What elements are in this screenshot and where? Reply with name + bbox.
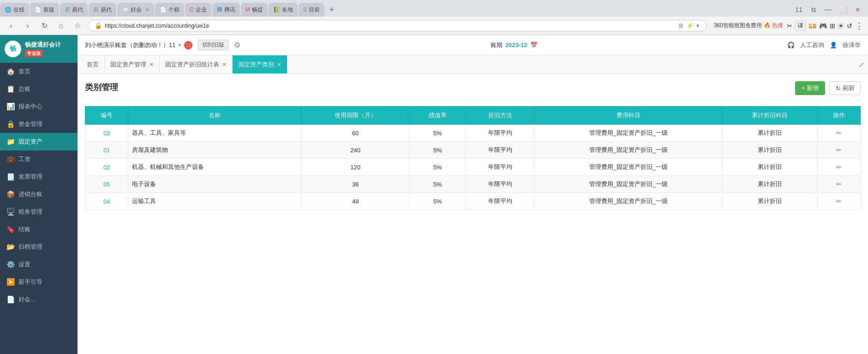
history-icon[interactable]: ↺ <box>847 22 852 30</box>
tab-yidai2[interactable]: 易 易代 <box>89 3 116 17</box>
sidebar-label-funds: 资金管理 <box>18 120 42 128</box>
tab-restore-button[interactable]: ⧉ <box>808 4 819 15</box>
cell-accum: 累计折旧 <box>722 159 817 176</box>
wallet-icon[interactable]: 💴 <box>808 22 816 30</box>
tab-close-asset-manage[interactable]: ✕ <box>149 61 154 68</box>
tab-home[interactable]: 首页 <box>81 55 105 73</box>
sidebar-item-assets[interactable]: 📁 固定资产 <box>0 133 78 150</box>
add-category-button[interactable]: + 新增 <box>795 81 825 95</box>
home-button[interactable]: ⌂ <box>54 19 67 32</box>
grid-icon[interactable]: ⊞ <box>830 22 835 30</box>
sidebar-item-ledger[interactable]: 📋 总账 <box>0 80 78 98</box>
sidebar-item-closing[interactable]: 🔖 结账 <box>0 221 78 238</box>
cell-period: 36 <box>301 176 409 193</box>
closing-icon: 🔖 <box>6 225 15 234</box>
tab-qiye[interactable]: C 企业 <box>185 3 211 17</box>
url-input[interactable]: 🔒 https://cloud.chanjet.com/accounting/u… <box>88 20 706 31</box>
tab-gesui[interactable]: 📄 个税 <box>155 3 184 17</box>
tab-asset-manage[interactable]: 固定资产管理 ✕ <box>105 55 160 73</box>
tab-close-asset-category[interactable]: ✕ <box>277 61 281 68</box>
user-avatar-icon: 👤 <box>830 42 837 48</box>
sidebar-label-tax: 税务管理 <box>18 208 42 216</box>
minimize-button[interactable]: 11 <box>793 4 804 15</box>
sidebar-item-archive[interactable]: 📂 归档管理 <box>0 238 78 256</box>
cell-action[interactable]: ✏ <box>817 176 860 193</box>
sidebar-item-settings[interactable]: ⚙️ 设置 <box>0 256 78 273</box>
cell-action[interactable]: ✏ <box>817 125 860 142</box>
tab-gedi[interactable]: 📗 各地 <box>269 3 298 17</box>
sidebar-label-payroll: 工资 <box>18 155 30 163</box>
sun-icon[interactable]: ☀ <box>838 22 844 30</box>
edit-button[interactable]: ✏ <box>836 146 842 154</box>
account-info: 刘小艳演示账套（勿删勿动！）11 ▾ 11 <box>85 41 192 49</box>
category-table: 编号 名称 使用期限（月） 残值率 折旧方法 费用科目 累计折旧科目 操作 03… <box>85 106 861 210</box>
translate-icon[interactable]: 译 <box>795 21 806 31</box>
bookmark-button[interactable]: ☆ <box>71 19 84 32</box>
period-label: 账期 <box>491 41 503 49</box>
edit-button[interactable]: ✏ <box>836 129 842 137</box>
tab-xinban[interactable]: 📄 新版 <box>30 3 59 17</box>
settings-gear-icon[interactable]: ⚙ <box>234 41 240 49</box>
maximize-window-button[interactable]: ⬜ <box>838 4 849 15</box>
tab-close-all-button[interactable]: — <box>823 4 834 15</box>
period-value: 2023-12 <box>505 42 527 48</box>
tab-asset-manage-label: 固定资产管理 <box>110 60 146 69</box>
tab-label: 新版 <box>43 6 54 14</box>
tab-label: 易代 <box>72 6 83 14</box>
guide-icon: ▶️ <box>6 278 15 286</box>
hot-label: 🔥 热搜 <box>764 22 783 30</box>
cell-name: 运输工具 <box>128 193 301 210</box>
sidebar-item-home[interactable]: 🏠 首页 <box>0 63 78 80</box>
tab-muqian[interactable]: S 目前 <box>299 3 324 17</box>
edit-button[interactable]: ✏ <box>836 198 842 205</box>
sidebar-item-invoice[interactable]: 🗒️ 发票管理 <box>0 168 78 186</box>
logo-sub: 专业版 <box>25 50 42 57</box>
back-button[interactable]: ‹ <box>5 19 18 32</box>
tab-depreciation-table[interactable]: 固定资产折旧统计表 ✕ <box>160 55 233 73</box>
edit-button[interactable]: ✏ <box>836 180 842 188</box>
consult-label[interactable]: 人工咨询 <box>800 41 824 49</box>
tab-haohui[interactable]: ☁️ 好会 ✕ <box>117 3 154 17</box>
ledger-icon: 📋 <box>6 85 15 93</box>
close-window-button[interactable]: ✕ <box>852 4 863 15</box>
sidebar-item-haohui[interactable]: 📄 好会... <box>0 291 78 308</box>
sidebar-item-payroll[interactable]: 💼 工资 <box>0 150 78 168</box>
refresh-button[interactable]: ↻ 刷新 <box>830 81 861 95</box>
tabs-navigation: 首页 固定资产管理 ✕ 固定资产折旧统计表 ✕ 固定资产类别 ✕ ⤢ <box>78 55 868 74</box>
address-bar: ‹ › ↻ ⌂ ☆ 🔒 https://cloud.chanjet.com/ac… <box>0 17 868 35</box>
calendar-icon[interactable]: 📅 <box>530 42 538 48</box>
tab-icon: M <box>245 6 250 13</box>
tab-label: 个税 <box>168 6 180 14</box>
tab-changti[interactable]: M 畅提 <box>241 3 268 17</box>
tab-asset-category[interactable]: 固定资产类别 ✕ <box>233 55 287 73</box>
cell-action[interactable]: ✏ <box>817 159 860 176</box>
sidebar-item-funds[interactable]: 🔒 资金管理 <box>0 115 78 133</box>
sidebar-item-tax[interactable]: 🖥️ 税务管理 <box>0 203 78 221</box>
cell-expense: 管理费用_固定资产折旧_一级 <box>534 193 722 210</box>
more-icon[interactable]: ⋮ <box>855 21 863 31</box>
cell-residual: 5% <box>409 193 465 210</box>
maximize-content-button[interactable]: ⤢ <box>859 61 864 68</box>
cell-action[interactable]: ✏ <box>817 193 860 210</box>
new-tab-button[interactable]: + <box>325 3 338 16</box>
tab-tengxun[interactable]: 腾 腾讯 <box>212 3 240 17</box>
tab-close-haohui[interactable]: ✕ <box>145 7 150 13</box>
switch-version-button[interactable]: 切到旧版 <box>198 40 228 50</box>
period-info: 账期 2023-12 📅 <box>491 41 538 49</box>
sidebar-item-guide[interactable]: ▶️ 新手引导 <box>0 273 78 291</box>
settings-icon: ⚙️ <box>6 260 15 269</box>
tab-close-depreciation[interactable]: ✕ <box>222 61 227 68</box>
tab-label: 目前 <box>309 6 320 14</box>
logo-text: 畅捷通好会计 专业版 <box>25 41 61 57</box>
tab-zaixin[interactable]: 🌐 在线 <box>0 3 29 17</box>
sidebar-item-sales[interactable]: 📦 进销台账 <box>0 186 78 203</box>
search-area[interactable]: 360智能抠图免费用 🔥 热搜 <box>714 22 783 30</box>
edit-button[interactable]: ✏ <box>836 163 842 171</box>
sidebar-item-reports[interactable]: 📊 报表中心 <box>0 98 78 115</box>
game-icon[interactable]: 🎮 <box>819 22 827 30</box>
tab-yidai1[interactable]: 易 易代 <box>60 3 88 17</box>
cell-action[interactable]: ✏ <box>817 142 860 159</box>
cut-icon[interactable]: ✂ <box>787 22 792 30</box>
forward-button[interactable]: › <box>21 19 34 32</box>
reload-button[interactable]: ↻ <box>38 19 51 32</box>
